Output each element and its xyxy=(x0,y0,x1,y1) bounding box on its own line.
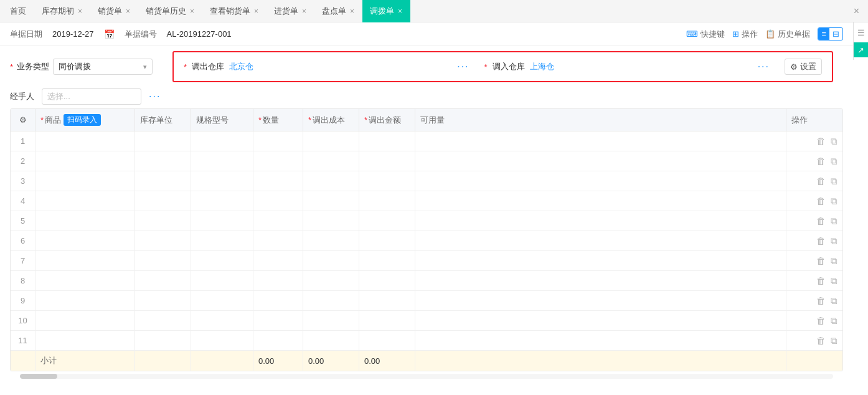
row-cost-9[interactable] xyxy=(303,291,359,310)
row-cost-6[interactable] xyxy=(303,231,359,250)
row-cost-10[interactable] xyxy=(303,311,359,330)
row-amount-11[interactable] xyxy=(359,331,415,350)
tab-home[interactable]: 首页 xyxy=(2,0,34,22)
shortcuts-btn[interactable]: ⌨ 快捷键 xyxy=(686,29,725,40)
row-cost-5[interactable] xyxy=(303,211,359,231)
delete-icon-3[interactable]: 🗑 xyxy=(816,176,826,186)
row-unit-4[interactable] xyxy=(135,191,191,211)
row-amount-1[interactable] xyxy=(359,131,415,151)
copy-icon-8[interactable]: ⧉ xyxy=(831,275,837,287)
tab-close-3[interactable]: × xyxy=(190,7,194,16)
row-amount-4[interactable] xyxy=(359,191,415,211)
row-product-4[interactable] xyxy=(35,191,135,211)
tab-close-5[interactable]: × xyxy=(302,7,306,16)
warehouse-out-more[interactable]: ··· xyxy=(457,61,469,72)
row-unit-9[interactable] xyxy=(135,291,191,310)
copy-icon-9[interactable]: ⧉ xyxy=(831,295,837,307)
row-product-2[interactable] xyxy=(35,151,135,171)
ops-btn[interactable]: ⊞ 操作 xyxy=(732,29,758,40)
row-unit-8[interactable] xyxy=(135,271,191,290)
copy-icon-10[interactable]: ⧉ xyxy=(831,315,837,326)
tab-view-sales[interactable]: 查看销货单 × xyxy=(202,0,267,22)
row-qty-7[interactable] xyxy=(253,251,303,270)
view-toggle[interactable]: ≡ ⊟ xyxy=(818,27,843,40)
row-unit-5[interactable] xyxy=(135,211,191,231)
row-spec-5[interactable] xyxy=(191,211,253,231)
delete-icon-10[interactable]: 🗑 xyxy=(816,315,826,326)
detail-view-btn[interactable]: ⊟ xyxy=(829,28,842,40)
window-close-button[interactable]: × xyxy=(847,6,866,17)
delete-icon-8[interactable]: 🗑 xyxy=(816,275,826,286)
row-cost-1[interactable] xyxy=(303,131,359,151)
row-cost-7[interactable] xyxy=(303,251,359,270)
tab-close-6[interactable]: × xyxy=(350,7,354,16)
tab-close-1[interactable]: × xyxy=(78,7,82,16)
scrollbar-container[interactable] xyxy=(0,371,853,381)
row-qty-10[interactable] xyxy=(253,311,303,330)
row-spec-4[interactable] xyxy=(191,191,253,211)
row-spec-9[interactable] xyxy=(191,291,253,310)
row-qty-1[interactable] xyxy=(253,131,303,151)
scan-button[interactable]: 扫码录入 xyxy=(64,114,101,126)
copy-icon-7[interactable]: ⧉ xyxy=(831,255,837,267)
row-qty-3[interactable] xyxy=(253,171,303,191)
copy-icon-5[interactable]: ⧉ xyxy=(831,216,837,227)
row-spec-2[interactable] xyxy=(191,151,253,171)
delete-icon-2[interactable]: 🗑 xyxy=(816,156,826,166)
delete-icon-9[interactable]: 🗑 xyxy=(816,295,826,306)
row-spec-8[interactable] xyxy=(191,271,253,290)
row-amount-9[interactable] xyxy=(359,291,415,310)
row-qty-2[interactable] xyxy=(253,151,303,171)
delete-icon-11[interactable]: 🗑 xyxy=(816,335,826,346)
row-unit-11[interactable] xyxy=(135,331,191,350)
row-qty-4[interactable] xyxy=(253,191,303,211)
row-product-6[interactable] xyxy=(35,231,135,250)
row-unit-3[interactable] xyxy=(135,171,191,191)
history-btn[interactable]: 📋 历史单据 xyxy=(765,29,810,40)
row-cost-2[interactable] xyxy=(303,151,359,171)
row-unit-7[interactable] xyxy=(135,251,191,270)
row-unit-10[interactable] xyxy=(135,311,191,330)
row-spec-11[interactable] xyxy=(191,331,253,350)
row-qty-8[interactable] xyxy=(253,271,303,290)
delete-icon-1[interactable]: 🗑 xyxy=(816,136,826,146)
row-amount-8[interactable] xyxy=(359,271,415,290)
row-product-5[interactable] xyxy=(35,211,135,231)
row-amount-6[interactable] xyxy=(359,231,415,250)
row-amount-3[interactable] xyxy=(359,171,415,191)
calendar-icon[interactable]: 📅 xyxy=(104,29,115,39)
row-spec-1[interactable] xyxy=(191,131,253,151)
tab-sales-history[interactable]: 销货单历史 × xyxy=(138,0,202,22)
row-product-9[interactable] xyxy=(35,291,135,310)
row-product-3[interactable] xyxy=(35,171,135,191)
row-product-1[interactable] xyxy=(35,131,135,151)
tab-close-4[interactable]: × xyxy=(254,7,258,16)
person-select[interactable]: 选择... xyxy=(42,88,141,105)
row-amount-5[interactable] xyxy=(359,211,415,231)
sidebar-expand-icon[interactable]: ↗ xyxy=(854,42,869,57)
row-cost-3[interactable] xyxy=(303,171,359,191)
delete-icon-6[interactable]: 🗑 xyxy=(816,236,826,246)
row-qty-11[interactable] xyxy=(253,331,303,350)
row-spec-3[interactable] xyxy=(191,171,253,191)
list-view-btn[interactable]: ≡ xyxy=(818,28,829,40)
copy-icon-3[interactable]: ⧉ xyxy=(831,176,837,187)
tab-transfer[interactable]: 调拨单 × xyxy=(362,0,410,22)
row-unit-1[interactable] xyxy=(135,131,191,151)
copy-icon-2[interactable]: ⧉ xyxy=(831,156,837,167)
copy-icon-11[interactable]: ⧉ xyxy=(831,335,837,346)
sidebar-list-icon[interactable]: ☰ xyxy=(854,25,869,40)
copy-icon-1[interactable]: ⧉ xyxy=(831,136,837,147)
tab-stocktake[interactable]: 盘点单 × xyxy=(314,0,362,22)
row-product-7[interactable] xyxy=(35,251,135,270)
th-gear[interactable]: ⚙ xyxy=(11,109,35,131)
row-qty-9[interactable] xyxy=(253,291,303,310)
row-product-11[interactable] xyxy=(35,331,135,350)
biz-type-select[interactable]: 同价调拨 ▾ xyxy=(53,59,153,75)
tab-purchase[interactable]: 进货单 × xyxy=(267,0,314,22)
copy-icon-6[interactable]: ⧉ xyxy=(831,236,837,247)
row-cost-4[interactable] xyxy=(303,191,359,211)
row-unit-2[interactable] xyxy=(135,151,191,171)
row-cost-11[interactable] xyxy=(303,331,359,350)
warehouse-in-more[interactable]: ··· xyxy=(758,61,770,72)
